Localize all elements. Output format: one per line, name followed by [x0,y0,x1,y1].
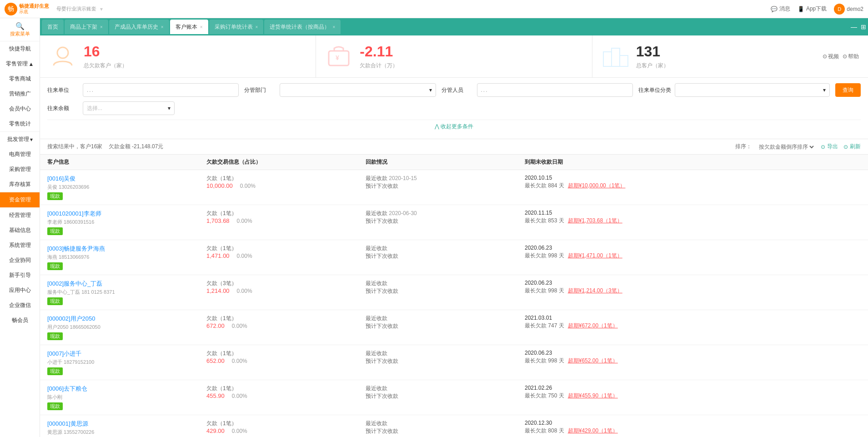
tab-finished-goods[interactable]: 产成品入库单历史 × [109,20,169,34]
filter-label-category: 往来单位分类 [638,86,671,94]
debt-amount-1: 1,703.68 [206,217,230,224]
customer-name-7[interactable]: [000001]黄思源 [47,420,206,428]
svg-point-0 [57,47,68,58]
due-date-0: 2020.10.15 [525,175,861,181]
help-link[interactable]: ⊙ 帮助 [843,53,859,60]
customer-name-2[interactable]: [0003]畅捷服务尹海燕 [47,245,206,253]
customer-name-1[interactable]: [0001020001]李老师 [47,210,206,218]
export-btn[interactable]: ⊙ 导出 [821,143,838,151]
sidebar-item-finance-mgmt[interactable]: 资金管理 [0,192,40,207]
debt-cell-6: 欠款（1笔） 455.90 0.00% [206,385,366,399]
tab-close-purchase-order[interactable]: × [256,25,258,30]
sidebar-item-retail-mgmt[interactable]: 零售管理 ▲ [0,56,40,71]
filter-input-partner[interactable]: ... [83,83,239,97]
sidebar-item-member[interactable]: 会员中心 [0,101,40,116]
tab-close-purchase-stats[interactable]: × [332,25,335,30]
svg-rect-3 [603,52,612,66]
overdue-link-2[interactable]: 超期¥1,471.00（1笔） [568,252,622,260]
stat-card-total-customers: 131 总客户（家） ⊙ 视频 ⊙ 帮助 [592,35,868,77]
logo-icon: 畅 [5,3,17,15]
sidebar-item-chang-member[interactable]: 畅会员 [0,313,40,328]
filter-input-category[interactable]: ▾ [675,83,830,97]
table-row: [000001]黄思源 黄思源 13552700226 现款 欠款（1笔） 42… [40,415,868,437]
debt-percent-2: 0.00% [237,253,252,259]
return-cell-4: 最近收款 预计下次收款 [366,315,525,330]
collapse-filters-btn[interactable]: ⋀ 收起更多条件 [47,120,861,133]
last-payment-date-0: 2020-10-15 [389,175,416,181]
tab-purchase-order[interactable]: 采购订单统计表 × [209,20,264,34]
due-date-2: 2020.06.23 [525,245,861,251]
tab-customer-ledger[interactable]: 客户账本 × [170,20,208,34]
customer-name-6[interactable]: [0006]去下粮仓 [47,385,206,393]
sidebar-item-system[interactable]: 系统管理 [0,238,40,253]
overdue-link-7[interactable]: 超期¥429.00（1笔） [568,427,618,435]
customer-name-3[interactable]: [0002]服务中心_丁磊 [47,280,206,288]
customer-name-5[interactable]: [0007]小进千 [47,350,206,358]
filter-input-balance[interactable]: 选择... ▾ [83,101,175,115]
overdue-days-5: 最长欠款 998 天 [525,357,564,365]
app-download-btn[interactable]: 📱 App下载 [798,5,827,13]
tab-close-customer-ledger[interactable]: × [200,25,203,30]
refresh-btn[interactable]: ⊙ 刷新 [843,143,861,151]
next-payment-4: 预计下次收款 [366,322,525,330]
debt-cell-3: 欠款（3笔） 1,214.00 0.00% [206,280,366,294]
table-row: [0003]畅捷服务尹海燕 海燕 18513066976 现款 欠款（1笔） 1… [40,240,868,275]
sidebar-item-retail-stats[interactable]: 零售统计 [0,116,40,131]
sidebar-item-enterprise-wechat[interactable]: 企业微信 [0,298,40,313]
overdue-link-0[interactable]: 超期¥10,000.00（1笔） [568,182,626,190]
due-date-3: 2020.06.23 [525,280,861,286]
col-header-customer: 客户信息 [47,158,206,166]
top-bar-left: 畅 畅捷通好生意 示底 母婴行业演示账套 ▾ [5,3,103,15]
customer-name-0[interactable]: [0016]吴俊 [47,175,206,183]
filter-input-dept[interactable]: ▾ [280,83,436,97]
tab-close-product-shelf[interactable]: × [100,25,103,30]
sidebar-item-basic-info[interactable]: 基础信息 [0,223,40,238]
tab-product-shelf[interactable]: 商品上下架 × [65,20,108,34]
due-date-5: 2020.06.23 [525,350,861,356]
sidebar-item-ecommerce[interactable]: 电商管理 [0,147,40,162]
sidebar-item-purchase[interactable]: 采购管理 [0,162,40,177]
sort-select[interactable]: 按欠款金额倒序排序 [757,143,815,151]
tab-purchase-stats[interactable]: 进货单统计表（按商品） × [264,20,341,34]
table-header: 客户信息 欠款交易信息（占比） 回款情况 到期未收款日期 [40,155,868,170]
stat-card-debt-total: ¥ -2.11 欠款合计（万） [316,35,592,77]
sidebar-item-inventory[interactable]: 库存核算 [0,177,40,192]
overdue-link-5[interactable]: 超期¥652.00（1笔） [568,357,618,365]
search-button[interactable]: 查询 [835,83,861,97]
tab-home[interactable]: 首页 [42,20,64,34]
last-payment-1: 最近收款 2020-06-30 [366,210,525,217]
tab-close-finished-goods[interactable]: × [161,25,164,30]
message-btn[interactable]: 💬 消息 [771,5,790,13]
user-avatar[interactable]: D demo2 [834,4,863,15]
filter-input-person[interactable]: ... [477,83,633,97]
due-date-1: 2020.11.15 [525,210,861,216]
sidebar-item-app-center[interactable]: 应用中心 [0,283,40,298]
tabs-minimize-btn[interactable]: — [851,23,857,30]
sidebar-item-retail-mall[interactable]: 零售商城 [0,71,40,86]
debt-amount-5: 652.00 [206,357,225,364]
overdue-days-0: 最长欠款 884 天 [525,182,564,190]
sidebar-item-operations[interactable]: 经营管理 [0,208,40,223]
overdue-link-3[interactable]: 超期¥1,214.00（3笔） [568,287,622,295]
sidebar-item-quick-nav[interactable]: 快捷导航 [0,41,40,56]
overdue-link-4[interactable]: 超期¥672.00（1笔） [568,322,618,330]
debt-cell-7: 欠款（1笔） 429.00 0.00% [206,420,366,434]
customer-name-4[interactable]: [000002]用户2050 [47,315,206,323]
sidebar-item-marketing[interactable]: 营销推广 [0,86,40,101]
sidebar-item-enterprise-collab[interactable]: 企业协同 [0,253,40,268]
video-link[interactable]: ⊙ 视频 [823,53,839,60]
tabs-maximize-btn[interactable]: ⊞ [861,23,866,30]
tabs-bar: 首页 商品上下架 × 产成品入库单历史 × 客户账本 × 采购订单统计表 × [40,18,868,35]
overdue-link-1[interactable]: 超期¥1,703.68（1笔） [568,217,622,225]
table-row: [0006]去下粮仓 陈小刚 现款 欠款（1笔） 455.90 0.00% [40,380,868,415]
debt-percent-0: 0.00% [240,183,256,189]
sidebar-item-new-user-guide[interactable]: 新手引导 [0,268,40,283]
next-payment-2: 预计下次收款 [366,252,525,260]
next-payment-7: 预计下次收款 [366,427,525,435]
sidebar-item-wholesale-mgmt[interactable]: 批发管理 ▾ [0,132,40,147]
return-cell-1: 最近收款 2020-06-30 预计下次收款 [366,210,525,225]
table-row: [000002]用户2050 用户2050 18665062050 现款 欠款（… [40,310,868,345]
overdue-link-6[interactable]: 超期¥455.90（1笔） [568,392,618,400]
search-menu-btn[interactable]: 🔍 搜索菜单 [0,18,40,41]
stat-number-total-customers: 131 [636,43,669,60]
